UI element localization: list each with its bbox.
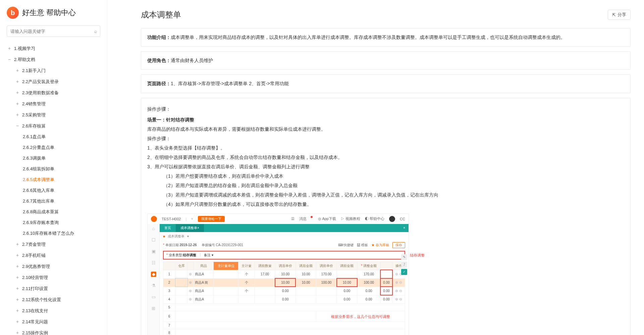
shot-table: 仓库商品主计量单位主计量调前数量调后单价调后金额调前单价调前金额* 调整金额操作… — [163, 262, 405, 335]
title-row: 成本调整单 ⇱ 分享 — [141, 9, 631, 20]
brand-title: 好生意 帮助中心 — [22, 8, 76, 18]
avatar-icon — [389, 216, 395, 222]
nav-l2-14[interactable]: +2.14常见问题 — [7, 316, 100, 327]
plus-icon: + — [15, 250, 20, 261]
plus-icon: + — [7, 43, 12, 54]
shot-tabs: 首页 成本调整单 × × — [160, 224, 409, 232]
nav-l2-3[interactable]: +2.3使用前数据准备 — [7, 87, 100, 98]
plus-icon: + — [15, 261, 20, 272]
nav-l2-6[interactable]: −2.6库存核算 — [7, 120, 100, 131]
screenshot-embed: TEST-H002 | ▾ 我要做哈一下 ☰消息 ◎ App下载 ▷ 视频教程 … — [147, 214, 409, 335]
nav-l2-1[interactable]: +2.1新手入门 — [7, 65, 100, 76]
role-card: 使用角色：通常由财务人员维护 — [141, 51, 631, 70]
nav-l2-11[interactable]: +2.11打印设置 — [7, 283, 100, 294]
shot-rail: ⌂ ☐ ▣ ☷ ◆ ⚗ ▭ ⊞ — [148, 224, 160, 335]
box-icon: ▣ — [151, 249, 156, 254]
plus-icon: + — [15, 98, 20, 109]
nav-l3-6[interactable]: 2.6.6其他入库单 — [7, 185, 100, 196]
nav-l3-1[interactable]: 2.6.1盘点单 — [7, 131, 100, 142]
table-row: 3⊕商品A个0.000.000.000.00⊕ ⊖ — [163, 287, 405, 295]
minus-icon: − — [15, 120, 20, 131]
nav-l3-2[interactable]: 2.6.2分量盘点单 — [7, 142, 100, 153]
tab-current: 成本调整单 × — [176, 224, 204, 232]
scene-title: 场景一：针对结存调整 — [147, 115, 624, 124]
nav-l2-10[interactable]: +2.10经营管理 — [7, 272, 100, 283]
search-input[interactable] — [7, 25, 100, 37]
nav-l3-10[interactable]: 2.6.10库存账本错了怎么办 — [7, 228, 100, 239]
nav-tree: +1.视频学习 −2.帮助文档 +2.1新手入门 +2.2产品安装及登录 +2.… — [7, 43, 100, 335]
plus-icon: + — [15, 305, 20, 316]
steps-sub-title: 操作步骤： — [147, 134, 624, 143]
doc-icon: ☐ — [151, 237, 156, 243]
share-icon: ⇱ — [612, 12, 616, 17]
share-label: 分享 — [618, 12, 626, 18]
step-3-3: （3）若用户知道要调增或调减的成本差值，则在调整金额中录入差值，调增录入正值，记… — [163, 190, 624, 200]
nav-l3-3[interactable]: 2.6.3调拨单 — [7, 153, 100, 164]
plus-icon: + — [15, 109, 20, 120]
nav-l3-5-active[interactable]: 2.6.5成本调整单 — [7, 174, 100, 185]
shot-side-tools: ✎ ⤴ ✓ — [401, 254, 407, 275]
nav-l2-15[interactable]: +2.15操作实例 — [7, 327, 100, 335]
nav-l2-7[interactable]: +2.7资金管理 — [7, 239, 100, 250]
search-icon[interactable]: ⌕ — [94, 29, 97, 34]
content: 成本调整单 ⇱ 分享 功能介绍：成本调整单，用来实现对商品结存成本的调整，以及针… — [107, 0, 644, 335]
step-2: 2、在明细中选择要调整的商品及仓库，系统会自动带出结存数量和结存金额，以及结存成… — [147, 153, 624, 162]
table-row: 2⊕商品A 简个10.0010.00100.0010.00100.000.00⊕… — [163, 278, 405, 287]
step-3-4: （4）如果用户只调整部分数量的成本，可以直接修改带出的结存数量。 — [163, 200, 624, 209]
nav-l2-12[interactable]: +2.12系统个性化设置 — [7, 294, 100, 305]
nav-l2-8[interactable]: +2.8手机旺铺 — [7, 250, 100, 261]
role-text: 通常由财务人员维护 — [171, 58, 213, 63]
nav-l2-5[interactable]: +2.5采购管理 — [7, 109, 100, 120]
nav-l3-8[interactable]: 2.6.8商品成本重算 — [7, 207, 100, 217]
plus-icon: + — [15, 76, 20, 87]
tab-close-icon: × — [400, 226, 409, 230]
step-3: 3、用户可以根据调整依据直接在调后单价、调后金额、调整金额列上进行调整 — [147, 162, 624, 171]
nav-l3-9[interactable]: 2.6.9库存账本查询 — [7, 217, 100, 228]
flask-icon: ⚗ — [151, 283, 156, 288]
path-label: 页面路径： — [147, 81, 171, 86]
nav-l2-9[interactable]: +2.9优惠券管理 — [7, 261, 100, 272]
plus-icon: + — [15, 327, 20, 335]
table-row: 6根据业务需求，这几个位总均可调整 — [163, 311, 405, 322]
grid-icon: ⊞ — [151, 306, 156, 311]
intro-card: 功能介绍：成本调整单，用来实现对商品结存成本的调整，以及针对具体的出入库单进行成… — [141, 28, 631, 47]
nav-l3-4[interactable]: 2.6.4组装拆卸单 — [7, 164, 100, 174]
minus-icon: − — [7, 54, 12, 65]
table-row: 4⊕商品A0.000.000.000.00⊕ ⊖ — [163, 295, 405, 303]
table-row: 1⊕商品A个17.0010.0010.00170.00170.00⊕ ⊖ — [163, 270, 405, 278]
shot-logo-icon — [151, 216, 157, 222]
chart-icon: ▭ — [151, 294, 156, 300]
table-row: 7 — [163, 322, 405, 329]
step-1: 1、表头业务类型选择【结存调整】。 — [147, 143, 624, 153]
nav-l1-video[interactable]: +1.视频学习 — [7, 43, 100, 54]
steps-card: 操作步骤： 场景一：针对结存调整 库存商品的结存成本与实际成本有差异，需要根据结… — [141, 98, 631, 335]
home-icon: ⌂ — [151, 226, 156, 231]
tool-icon: ⤴ — [401, 262, 407, 268]
annotation-body: 根据业务需求，这几个位总均可调整 — [318, 313, 404, 320]
plus-icon: + — [15, 294, 20, 305]
tool-icon: ✎ — [401, 254, 407, 260]
nav-l2-13[interactable]: +2.13在线支付 — [7, 305, 100, 316]
nav-l3-7[interactable]: 2.6.7其他出库单 — [7, 196, 100, 207]
brand-logo: b — [7, 7, 19, 19]
step-3-2: （2）若用户知道调整总的结存金额，则在调后金额中录入总金额 — [163, 181, 624, 190]
shot-meta: * 单据日期 2019-12-26 单据编号 CA-20191229-001 ⌨… — [160, 241, 409, 249]
path-text: 1、库存核算->库存管理->成本调整单 2、首页->常用功能 — [171, 81, 289, 86]
share-button[interactable]: ⇱ 分享 — [608, 10, 631, 20]
intro-text: 成本调整单，用来实现对商品结存成本的调整，以及针对具体的出入库单进行成本调整。库… — [171, 35, 565, 40]
nav-l2-4[interactable]: +2.4销售管理 — [7, 98, 100, 109]
nav-l2-2[interactable]: +2.2产品安装及登录 — [7, 76, 100, 87]
annotation-filter: 结存调整 — [410, 253, 425, 258]
plus-icon: + — [15, 283, 20, 294]
step-3-1: （1）若用户想要调整结存成本，则在调后单价中录入成本 — [163, 171, 624, 181]
brand-row: b 好生意 帮助中心 — [7, 7, 100, 19]
table-row: 5 — [163, 303, 405, 311]
shot-env: TEST-H002 — [162, 217, 181, 221]
cal-icon: ☷ — [151, 260, 156, 266]
nav-l1-docs[interactable]: −2.帮助文档 — [7, 54, 100, 65]
plus-icon: + — [15, 87, 20, 98]
shot-crumb: ■成本调整单▾ — [160, 232, 409, 241]
table-row: 8 — [163, 329, 405, 335]
page-title: 成本调整单 — [141, 9, 181, 20]
plus-icon: + — [15, 316, 20, 327]
